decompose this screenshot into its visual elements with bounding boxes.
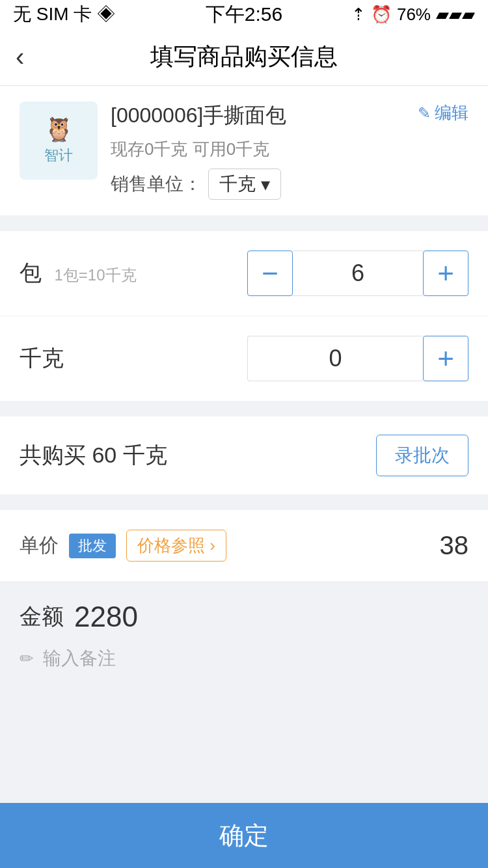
status-left: 无 SIM 卡 ◈: [13, 2, 115, 27]
unit-label: 销售单位：: [111, 172, 202, 197]
price-row: 单价 批发 价格参照 › 38: [20, 530, 468, 562]
price-label: 单价: [20, 532, 59, 559]
summary-row: 共购买 60 千克 录批次: [0, 416, 488, 495]
package-quantity-control: − +: [247, 251, 468, 296]
note-placeholder: 输入备注: [43, 646, 116, 671]
kg-quantity-control: +: [247, 336, 468, 381]
amount-label: 金额: [20, 602, 64, 632]
package-sublabel: 1包=10千克: [54, 266, 136, 284]
amount-row: 金额 2280: [20, 601, 468, 633]
page-title: 填写商品购买信息: [150, 41, 338, 73]
status-bar: 无 SIM 卡 ◈ 下午2:56 ⇡ ⏰ 76% ▰▰▰: [0, 0, 488, 29]
pencil-icon: ✏: [20, 649, 34, 669]
quantity-section: 包 1包=10千克 − + 千克 +: [0, 231, 488, 401]
kg-quantity-input[interactable]: [247, 336, 423, 381]
product-unit-row: 销售单位： 千克 ▾: [111, 169, 468, 200]
status-right: ⇡ ⏰ 76% ▰▰▰: [351, 5, 475, 25]
edit-icon: ✎: [418, 104, 431, 122]
amount-section: 金额 2280 ✏ 输入备注: [0, 581, 488, 690]
confirm-button[interactable]: 确定: [0, 803, 488, 868]
package-increment-button[interactable]: +: [423, 251, 468, 296]
package-row: 包 1包=10千克 − +: [0, 231, 488, 316]
unit-value: 千克: [219, 172, 256, 197]
bottom-spacer: [0, 690, 488, 755]
separator-2: [0, 409, 488, 416]
summary-text: 共购买 60 千克: [20, 441, 376, 470]
kg-label: 千克: [20, 344, 247, 373]
product-card: 🦉 智计 [0000006]手撕面包 现存0千克 可用0千克 销售单位： 千克 …: [0, 86, 488, 215]
kg-increment-button[interactable]: +: [423, 336, 468, 381]
product-info: [0000006]手撕面包 现存0千克 可用0千克 销售单位： 千克 ▾: [111, 102, 468, 200]
status-time: 下午2:56: [206, 1, 282, 28]
product-name: [0000006]手撕面包: [111, 102, 468, 130]
product-stock: 现存0千克 可用0千克: [111, 138, 468, 161]
price-value: 38: [440, 531, 469, 560]
unit-selector[interactable]: 千克 ▾: [208, 169, 281, 200]
edit-label: 编辑: [435, 102, 468, 124]
separator-3: [0, 502, 488, 510]
package-quantity-input[interactable]: [293, 251, 423, 296]
back-button[interactable]: ‹: [16, 42, 24, 72]
location-icon: ⇡: [351, 5, 366, 25]
price-ref-button[interactable]: 价格参照 ›: [126, 530, 226, 562]
package-decrement-button[interactable]: −: [247, 251, 293, 296]
package-label: 包 1包=10千克: [20, 258, 247, 288]
nav-bar: ‹ 填写商品购买信息: [0, 29, 488, 86]
amount-value: 2280: [74, 601, 138, 633]
separator-1: [0, 223, 488, 231]
edit-button[interactable]: ✎ 编辑: [418, 102, 468, 124]
batch-button[interactable]: 录批次: [376, 435, 468, 476]
chevron-down-icon: ▾: [261, 174, 270, 195]
kg-row: 千克 +: [0, 316, 488, 401]
brand-text: 智计: [44, 146, 73, 165]
battery-level: 76%: [397, 5, 431, 25]
price-badge: 批发: [69, 534, 116, 558]
price-section: 单价 批发 价格参照 › 38: [0, 510, 488, 581]
product-image: 🦉 智计: [20, 102, 98, 180]
note-row[interactable]: ✏ 输入备注: [20, 646, 468, 671]
sim-status: 无 SIM 卡 ◈: [13, 2, 115, 27]
battery-icon: ▰▰▰: [436, 5, 475, 25]
owl-icon: 🦉: [44, 116, 74, 143]
alarm-icon: ⏰: [371, 5, 392, 25]
